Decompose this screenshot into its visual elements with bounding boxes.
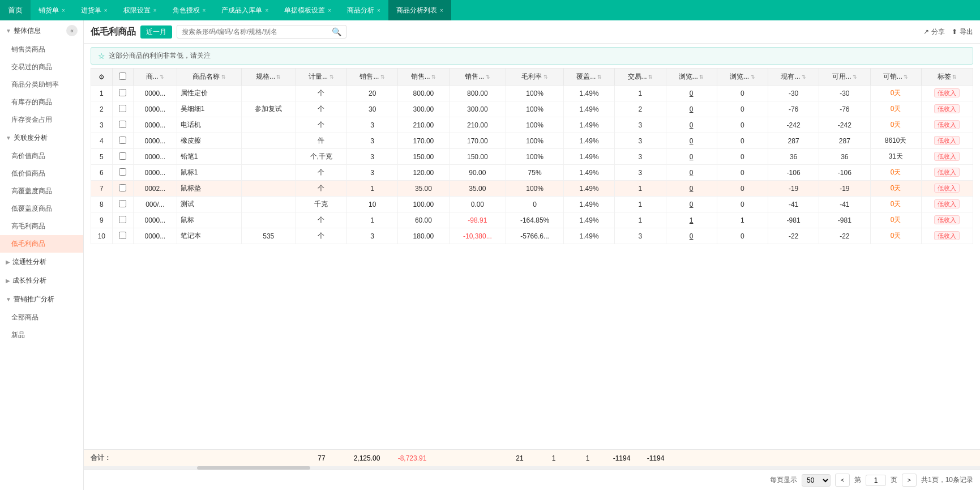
row-checkbox[interactable] [112,212,133,228]
share-button[interactable]: ↗ 分享 [923,27,945,37]
close-icon[interactable]: × [440,7,443,14]
nav-item-analysis[interactable]: 商品分析 × [339,0,388,20]
sidebar-item-stock-capital[interactable]: 库存资金占用 [0,111,83,129]
th-current-stock[interactable]: 现有... [768,69,819,86]
row-checkbox[interactable] [112,133,133,149]
sidebar-item-high-margin[interactable]: 高毛利商品 [0,218,83,235]
close-icon[interactable]: × [377,7,380,14]
sidebar-section-overall[interactable]: ▼ 整体信息 « [0,20,83,41]
row-name[interactable]: 铅笔1 [177,149,241,165]
nav-item-analysis-list[interactable]: 商品分析列表 × [388,0,451,20]
row-tag[interactable]: 低收入 [921,86,973,101]
per-page-select[interactable]: 50 100 200 [802,474,831,487]
row-name[interactable]: 吴细细1 [177,101,241,117]
th-spec[interactable]: 规格... [241,69,296,86]
collapse-btn[interactable]: « [66,25,78,36]
sidebar-item-low-value[interactable]: 低价值商品 [0,165,83,182]
row-tag[interactable]: 低收入 [921,165,973,181]
th-unit[interactable]: 计量... [296,69,346,86]
close-icon[interactable]: × [265,7,268,14]
row-tag[interactable]: 低收入 [921,181,973,197]
th-gross-margin[interactable]: 毛利率 [506,69,564,86]
row-browse-count[interactable]: 0 [666,149,717,165]
close-icon[interactable]: × [62,7,65,14]
th-browse-rate[interactable]: 浏览... [717,69,768,86]
search-icon[interactable]: 🔍 [332,27,341,36]
row-tag[interactable]: 低收入 [921,149,973,165]
close-icon[interactable]: × [104,7,108,14]
row-checkbox[interactable] [112,197,133,212]
sidebar-item-stock-goods[interactable]: 有库存的商品 [0,93,83,111]
row-name[interactable]: 鼠标 [177,212,241,228]
th-coverage[interactable]: 覆盖... [564,69,615,86]
row-browse-count[interactable]: 0 [666,228,717,244]
row-checkbox[interactable] [112,101,133,117]
close-icon[interactable]: × [153,7,157,14]
row-name[interactable]: 橡皮擦 [177,133,241,149]
row-browse-count[interactable]: 0 [666,86,717,101]
nav-item-product-entry[interactable]: 产成品入库单 × [213,0,276,20]
th-browse-count[interactable]: 浏览... [666,69,717,86]
row-name[interactable]: 属性定价 [177,86,241,101]
nav-item-template[interactable]: 单据模板设置 × [276,0,339,20]
row-checkbox[interactable] [112,165,133,181]
th-sale-qty[interactable]: 销售... [347,69,398,86]
row-browse-count[interactable]: 0 [666,165,717,181]
nav-item-sales[interactable]: 销货单 × [31,0,73,20]
sidebar-item-new-goods[interactable]: 新品 [0,326,83,344]
sidebar-section-relevance[interactable]: ▼ 关联度分析 [0,129,83,147]
sidebar-section-circulation[interactable]: ▶ 流通性分析 [0,253,83,271]
row-name[interactable]: 笔记本 [177,228,241,244]
nav-item-roles[interactable]: 角色授权 × [165,0,214,20]
sidebar-item-traded-goods[interactable]: 交易过的商品 [0,58,83,76]
table-container[interactable]: ⚙ 商... 商品名称 规格... 计量... 销售... 销售... 销售..… [84,68,980,449]
sidebar-item-category-sales[interactable]: 商品分类助销率 [0,76,83,93]
nav-item-purchase[interactable]: 进货单 × [73,0,115,20]
th-name[interactable]: 商品名称 [177,69,241,86]
sidebar-item-low-coverage[interactable]: 低覆盖度商品 [0,200,83,218]
sidebar-item-all-goods[interactable]: 全部商品 [0,309,83,326]
row-checkbox[interactable] [112,86,133,101]
prev-page-button[interactable]: ＜ [835,474,850,487]
row-name[interactable]: 鼠标垫 [177,181,241,197]
select-all-checkbox[interactable] [119,73,126,80]
th-checkbox[interactable] [112,69,133,86]
th-trade-count[interactable]: 交易... [615,69,666,86]
row-tag[interactable]: 低收入 [921,101,973,117]
row-name[interactable]: 鼠标1 [177,165,241,181]
row-browse-count[interactable]: 1 [666,212,717,228]
th-sale-amount[interactable]: 销售... [398,69,449,86]
row-tag[interactable]: 低收入 [921,228,973,244]
nav-item-permissions[interactable]: 权限设置 × [115,0,165,20]
row-checkbox[interactable] [112,149,133,165]
row-browse-count[interactable]: 0 [666,117,717,133]
search-input[interactable] [182,28,332,36]
sidebar-item-low-margin[interactable]: 低毛利商品 [0,235,83,253]
nav-item-home[interactable]: 首页 [0,0,31,20]
export-button[interactable]: ⬆ 导出 [952,27,973,37]
sidebar-section-marketing[interactable]: ▼ 营销推广分析 [0,290,83,309]
th-code[interactable]: 商... [133,69,177,86]
th-salable-days[interactable]: 可销... [870,69,921,86]
row-tag[interactable]: 低收入 [921,133,973,149]
sidebar-section-growth[interactable]: ▶ 成长性分析 [0,271,83,290]
th-settings[interactable]: ⚙ [91,69,113,86]
row-tag[interactable]: 低收入 [921,212,973,228]
row-name[interactable]: 电话机 [177,117,241,133]
row-browse-count[interactable]: 0 [666,197,717,212]
sidebar-item-high-coverage[interactable]: 高覆盖度商品 [0,182,83,200]
row-name[interactable]: 测试 [177,197,241,212]
next-page-button[interactable]: ＞ [902,474,917,487]
sidebar-item-sales-goods[interactable]: 销售类商品 [0,41,83,58]
close-icon[interactable]: × [203,7,206,14]
th-tag[interactable]: 标签 [921,69,973,86]
row-browse-count[interactable]: 0 [666,101,717,117]
row-checkbox[interactable] [112,117,133,133]
row-tag[interactable]: 低收入 [921,117,973,133]
close-icon[interactable]: × [328,7,331,14]
th-available-stock[interactable]: 可用... [819,69,870,86]
row-tag[interactable]: 低收入 [921,197,973,212]
th-sale-profit[interactable]: 销售... [449,69,506,86]
date-filter-button[interactable]: 近一月 [140,25,172,39]
row-checkbox[interactable] [112,228,133,244]
